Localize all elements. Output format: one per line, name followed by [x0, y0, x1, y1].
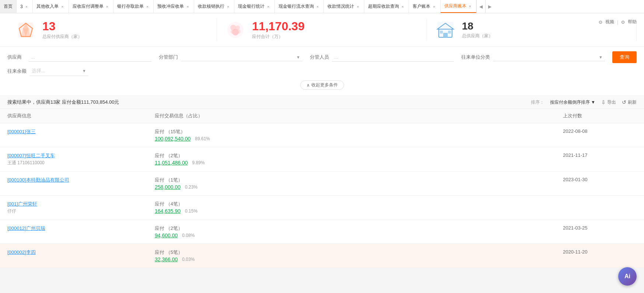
close-collection-stats[interactable]: ×: [356, 4, 360, 9]
nav-customer-account[interactable]: 客户账本 ×: [409, 0, 440, 13]
close-cash-bank-stats[interactable]: ×: [266, 4, 270, 9]
store-icon: [434, 19, 456, 41]
filter-row-1: 供应商 分管部门 ▼ 分管人员 往来单位分类 ▼ 查询: [7, 51, 637, 63]
dept-dropdown-icon: ▼: [296, 55, 300, 59]
nav-right-arrow[interactable]: ▶: [485, 0, 494, 13]
collapse-label: 收起更多条件: [311, 82, 338, 88]
nav-tab3[interactable]: 3 ×: [17, 0, 33, 13]
supplier-cell-3: [000100]本特勤油品有限公司: [7, 177, 155, 183]
nav-advance-collect[interactable]: 预收冲应收单 ×: [154, 0, 194, 13]
nav-bank-deposit[interactable]: 银行存取款单 ×: [113, 0, 154, 13]
trans-amount-3[interactable]: 258,000.00: [155, 184, 181, 190]
sort-value[interactable]: 按应付余额倒序排序 ▼: [550, 99, 595, 106]
supplier-cell-4: [001]广州荣轩 仔仔: [7, 201, 155, 214]
table-row: [000012]广州贝瑞 应付 （2笔） 94,600.00 0.08% 202…: [0, 220, 644, 244]
close-tab3[interactable]: ×: [24, 4, 29, 9]
refresh-button[interactable]: ↺ 刷新: [622, 99, 637, 106]
collapse-section: ∧ 收起更多条件: [7, 79, 637, 91]
supplier-link-4[interactable]: [001]广州荣轩: [7, 201, 155, 207]
supplier-link-3[interactable]: [000100]本特勤油品有限公司: [7, 177, 155, 183]
balance-label: 往来余额: [7, 68, 27, 75]
person-label: 分管人员: [310, 54, 329, 61]
search-button[interactable]: 查询: [612, 51, 637, 63]
lastpay-date-5: 2021-03-25: [563, 225, 588, 231]
nav-cash-bank-stats[interactable]: 现金银行统计 ×: [234, 0, 274, 13]
lastpay-date-6: 2020-11-20: [563, 249, 588, 255]
header-stats-section: 13 总应付供应商（家） 11,170.39 应付合计（万）: [0, 13, 644, 47]
table-header: 供应商信息 应付交易信息（占比） 上次付数: [0, 109, 644, 123]
close-advance-collect[interactable]: ×: [185, 4, 190, 9]
trans-amount-2[interactable]: 11,051,486.00: [155, 160, 188, 166]
nav-other-income[interactable]: 其他收入单 ×: [33, 0, 69, 13]
export-button[interactable]: ⇩ 导出: [601, 99, 616, 106]
payable-total-label: 应付合计（万）: [252, 34, 304, 40]
table-row: [000001]张三 应付 （15笔） 100,092,540.00 89.61…: [0, 123, 644, 147]
filter-row-2: 往来余额 选择... ▼: [7, 66, 637, 76]
trans-percent-3: 0.23%: [185, 185, 197, 190]
trans-percent-2: 9.89%: [192, 160, 205, 165]
stat-payable-total: 11,170.39 应付合计（万）: [217, 19, 427, 41]
supplier-cell-1: [000001]张三: [7, 128, 155, 135]
category-select[interactable]: ▼: [493, 54, 605, 61]
close-cash-bank-flow[interactable]: ×: [315, 4, 320, 9]
trans-amount-5[interactable]: 94,600.00: [155, 232, 178, 238]
nav-home[interactable]: 首页: [0, 0, 17, 13]
collapse-button[interactable]: ∧ 收起更多条件: [300, 80, 344, 90]
dept-select[interactable]: ▼: [181, 54, 303, 61]
svg-rect-15: [443, 33, 448, 37]
transaction-cell-6: 应付 （5笔） 32,366.00 0.03%: [155, 249, 563, 262]
close-ap-adjust[interactable]: ×: [105, 4, 109, 9]
total-suppliers-label: 总供应商（家）: [462, 33, 493, 39]
nav-cash-bank-flow[interactable]: 现金银行流水查询 ×: [275, 0, 324, 13]
close-overdue-query[interactable]: ×: [400, 4, 405, 9]
trans-amount-4[interactable]: 164,635.90: [155, 208, 181, 214]
close-customer-account[interactable]: ×: [432, 4, 436, 9]
supplier-label: 供应商: [7, 54, 26, 61]
transaction-cell-5: 应付 （2笔） 94,600.00 0.08%: [155, 225, 563, 238]
balance-select[interactable]: 选择... ▼: [29, 66, 88, 76]
supplier-input[interactable]: [29, 53, 151, 62]
lastpay-cell-6: 2020-11-20: [563, 249, 637, 255]
category-label: 往来单位分类: [461, 54, 490, 61]
nav-receipt-verify[interactable]: 收款核销执行 ×: [194, 0, 234, 13]
close-receipt-verify[interactable]: ×: [226, 4, 230, 9]
supplier-sub-4: 仔仔: [7, 208, 155, 214]
nav-left-arrow[interactable]: ◀: [476, 0, 485, 13]
payable-suppliers-label: 总应付供应商（家）: [42, 34, 82, 40]
payable-suppliers-number: 13: [42, 20, 82, 32]
results-bar: 搜索结果中，供应商13家 应付金额111,703,854.00元 排序： 按应付…: [0, 96, 644, 109]
sort-dropdown-icon: ▼: [591, 100, 595, 105]
person-input[interactable]: [332, 53, 454, 62]
sort-label: 排序：: [531, 99, 544, 106]
payable-total-number: 11,170.39: [252, 20, 304, 32]
results-summary: 搜索结果中，供应商13家 应付金额111,703,854.00元: [7, 99, 119, 106]
total-suppliers-number: 18: [462, 21, 493, 31]
nav-supplier-account[interactable]: 供应商账本 ×: [441, 0, 476, 13]
close-supplier-account[interactable]: ×: [468, 4, 472, 9]
supplier-cell-2: [000007]恒旺二手叉车 王通 17106110000: [7, 152, 155, 166]
diamond-icon: [15, 19, 37, 41]
lastpay-date-1: 2022-08-08: [563, 128, 588, 134]
supplier-cell-6: [000002]李四: [7, 249, 155, 256]
nav-ap-adjust[interactable]: 应收应付调整单 ×: [69, 0, 113, 13]
lastpay-date-2: 2021-11-17: [563, 152, 588, 158]
lastpay-cell-5: 2021-03-25: [563, 225, 637, 231]
close-other-income[interactable]: ×: [60, 4, 64, 9]
supplier-sub-2: 王通 17106110000: [7, 160, 155, 166]
supplier-link-2[interactable]: [000007]恒旺二手叉车: [7, 152, 155, 159]
supplier-link-1[interactable]: [000001]张三: [7, 128, 155, 135]
col-header-transaction: 应付交易信息（占比）: [155, 113, 563, 119]
trans-percent-6: 0.03%: [182, 257, 195, 262]
trans-amount-1[interactable]: 100,092,540.00: [155, 136, 190, 142]
close-bank-deposit[interactable]: ×: [145, 4, 150, 9]
video-link[interactable]: 视频: [605, 19, 614, 25]
supplier-link-6[interactable]: [000002]李四: [7, 249, 155, 256]
trans-amount-6[interactable]: 32,366.00: [155, 256, 178, 262]
nav-collection-stats[interactable]: 收款情况统计 ×: [324, 0, 364, 13]
help-link[interactable]: 帮助: [628, 19, 637, 25]
top-navigation: 首页 3 × 其他收入单 × 应收应付调整单 × 银行存取款单 × 预收冲应收单…: [0, 0, 644, 13]
col-header-lastpay: 上次付数: [563, 113, 637, 119]
table-row: [000007]恒旺二手叉车 王通 17106110000 应付 （2笔） 11…: [0, 147, 644, 172]
nav-overdue-query[interactable]: 超期应收款查询 ×: [364, 0, 409, 13]
supplier-link-5[interactable]: [000012]广州贝瑞: [7, 225, 155, 232]
